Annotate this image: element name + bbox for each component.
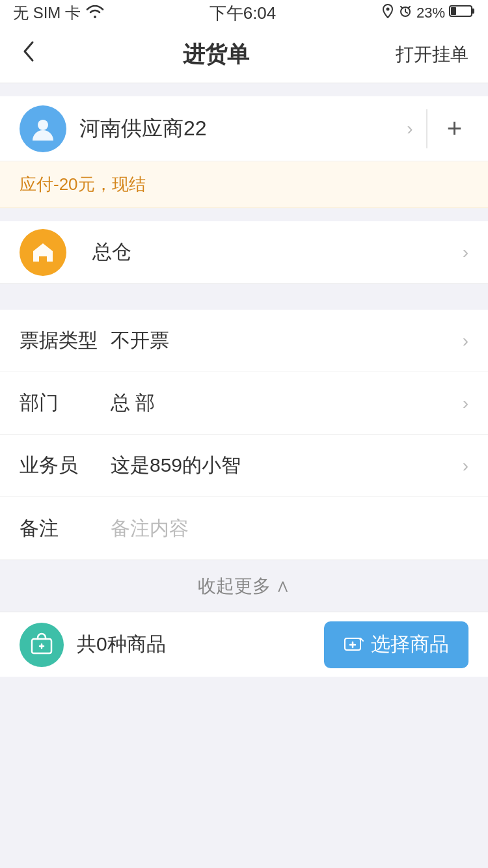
section-gap-2 bbox=[0, 208, 488, 221]
invoice-type-chevron-icon: › bbox=[463, 331, 468, 351]
salesperson-chevron-icon: › bbox=[463, 455, 468, 476]
battery-percent: 23% bbox=[416, 5, 445, 21]
supplier-section: 河南供应商22 › + 应付-20元，现结 bbox=[0, 96, 488, 208]
invoice-type-label: 票据类型 bbox=[20, 327, 104, 354]
svg-point-5 bbox=[38, 120, 48, 130]
battery-icon bbox=[449, 4, 475, 22]
status-left: 无 SIM 卡 bbox=[13, 3, 104, 23]
location-icon bbox=[381, 4, 394, 22]
invoice-type-row[interactable]: 票据类型 不开票 › bbox=[0, 310, 488, 372]
salesperson-value: 这是859的小智 bbox=[104, 452, 463, 479]
select-product-label: 选择商品 bbox=[371, 631, 449, 658]
svg-rect-6 bbox=[39, 256, 47, 263]
supplier-chevron-icon: › bbox=[407, 118, 413, 139]
supplier-divider bbox=[426, 109, 427, 148]
section-gap-1 bbox=[0, 83, 488, 96]
supplier-name: 河南供应商22 bbox=[79, 115, 407, 143]
product-icon-wrap bbox=[20, 623, 64, 667]
warehouse-row[interactable]: 总仓 › bbox=[0, 221, 488, 284]
department-label: 部门 bbox=[20, 390, 104, 416]
salesperson-row[interactable]: 业务员 这是859的小智 › bbox=[0, 435, 488, 497]
invoice-type-value: 不开票 bbox=[104, 327, 463, 354]
department-row[interactable]: 部门 总 部 › bbox=[0, 372, 488, 435]
svg-rect-4 bbox=[472, 8, 474, 14]
status-right: 23% bbox=[381, 4, 475, 22]
collapse-bar[interactable]: 收起更多 ∧ bbox=[0, 560, 488, 612]
section-gap-3 bbox=[0, 284, 488, 297]
page-remainder bbox=[0, 677, 488, 868]
wifi-icon bbox=[86, 4, 104, 22]
add-button[interactable]: + bbox=[441, 107, 468, 150]
department-chevron-icon: › bbox=[463, 393, 468, 414]
remark-input[interactable]: 备注内容 bbox=[104, 515, 468, 542]
page-title: 进货单 bbox=[183, 40, 249, 70]
warehouse-name: 总仓 bbox=[79, 239, 463, 265]
notice-text: 应付-20元，现结 bbox=[20, 174, 146, 194]
bottom-bar: 共0种商品 选择商品 bbox=[0, 612, 488, 677]
remark-row[interactable]: 备注 备注内容 bbox=[0, 497, 488, 560]
salesperson-label: 业务员 bbox=[20, 452, 104, 479]
alarm-icon bbox=[398, 4, 413, 22]
department-value: 总 部 bbox=[104, 390, 463, 416]
nav-bar: 进货单 打开挂单 bbox=[0, 26, 488, 83]
notice-banner: 应付-20元，现结 bbox=[0, 161, 488, 208]
remark-label: 备注 bbox=[20, 515, 104, 542]
open-pending-button[interactable]: 打开挂单 bbox=[396, 42, 468, 67]
warehouse-chevron-icon: › bbox=[463, 242, 468, 263]
select-product-button[interactable]: 选择商品 bbox=[324, 621, 468, 668]
status-bar: 无 SIM 卡 下午6:04 23% bbox=[0, 0, 488, 26]
no-sim-label: 无 SIM 卡 bbox=[13, 3, 81, 23]
collapse-label: 收起更多 ∧ bbox=[198, 574, 291, 599]
fields-section: 票据类型 不开票 › 部门 总 部 › 业务员 这是859的小智 › 备注 备注… bbox=[0, 310, 488, 560]
product-count: 共0种商品 bbox=[77, 631, 324, 658]
svg-point-0 bbox=[386, 8, 389, 11]
status-time: 下午6:04 bbox=[210, 2, 277, 25]
supplier-avatar bbox=[20, 105, 66, 152]
back-button[interactable] bbox=[20, 37, 36, 72]
warehouse-icon-wrap bbox=[20, 229, 66, 276]
svg-rect-3 bbox=[451, 7, 456, 15]
supplier-row[interactable]: 河南供应商22 › + bbox=[0, 96, 488, 161]
